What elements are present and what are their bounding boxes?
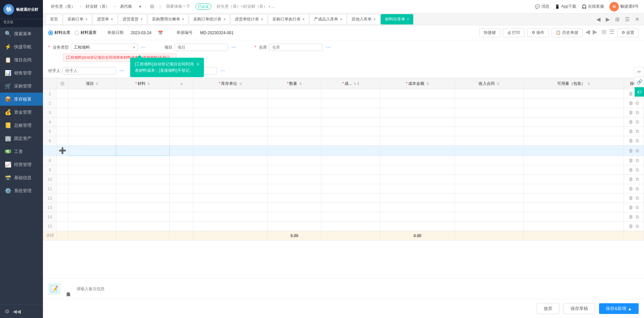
sidebar-settings-button[interactable]: ⚙ (5, 308, 9, 315)
row-material[interactable] (116, 156, 170, 165)
warehouse-input[interactable] (269, 44, 323, 51)
tab-close-material-issue[interactable]: × (407, 17, 409, 21)
row-checkbox[interactable] (57, 136, 68, 146)
row-project[interactable] (68, 156, 116, 165)
row-available[interactable] (524, 175, 624, 184)
topbar-app-download[interactable]: 📱 App下载 (555, 4, 576, 9)
copy-row-icon[interactable]: ⧉ (636, 214, 639, 219)
row-checkbox[interactable] (57, 156, 68, 165)
topbar-nav2[interactable]: 好生意（首）+好业财（首）＋... (217, 4, 275, 9)
row-project[interactable] (68, 127, 116, 136)
nav-next-icon[interactable]: ▶ (593, 28, 597, 37)
sidebar-item-search[interactable]: 🔍 搜索菜单 (0, 27, 43, 40)
tabs-close-button[interactable]: ✕ (633, 15, 641, 23)
row-checkbox[interactable] (57, 212, 68, 222)
tab-close-goods-stats[interactable]: × (261, 17, 263, 21)
row-spec[interactable] (169, 175, 193, 184)
topbar-nav-haoshengyi[interactable]: 好生意（首） (48, 2, 78, 11)
delete-row-icon[interactable]: 🗑 (629, 176, 633, 182)
row-spec[interactable] (169, 212, 193, 222)
row-checkbox[interactable] (57, 222, 68, 231)
row-quantity[interactable] (268, 156, 321, 165)
float-tag-icon[interactable]: 🏷 (635, 87, 644, 97)
row-warehouse-unit[interactable] (193, 165, 268, 175)
row-available[interactable] (524, 99, 624, 108)
delete-row-icon[interactable]: 🗑 (629, 223, 633, 229)
view-grid-icon[interactable]: ⊞ (601, 28, 606, 37)
warehouse-more-btn[interactable]: ··· (326, 44, 330, 50)
topbar-nav-dropdown[interactable]: ▼ (136, 3, 144, 10)
row-income-contract[interactable] (455, 156, 524, 165)
copy-row-icon[interactable]: ⧉ (636, 148, 639, 153)
row-income-contract[interactable] (455, 165, 524, 175)
row-cost-price[interactable] (321, 212, 380, 222)
row-cost-amount[interactable] (380, 165, 454, 175)
row-spec[interactable] (169, 99, 193, 108)
sidebar-collapse-button[interactable]: ◀◀ (13, 308, 21, 315)
row-cost-price[interactable] (321, 184, 380, 194)
row-cost-price[interactable] (321, 89, 380, 99)
row-warehouse-unit[interactable] (193, 184, 268, 194)
sidebar-item-system[interactable]: ⚙️ 系统管理 (0, 184, 43, 197)
row-cost-amount[interactable] (380, 156, 454, 165)
row-spec[interactable] (169, 184, 193, 194)
row-warehouse-unit[interactable] (193, 99, 268, 108)
tab-close-purchase-exec[interactable]: × (303, 17, 305, 21)
row-material[interactable] (116, 89, 170, 99)
column-settings-icon[interactable]: ⚙ (60, 81, 65, 87)
income-contract-more-btn[interactable]: ··· (220, 68, 225, 74)
row-project[interactable] (68, 108, 116, 117)
sidebar-item-salary[interactable]: 💵 工资 (0, 145, 43, 158)
row-income-contract[interactable] (455, 212, 524, 222)
delete-row-icon[interactable]: 🗑 (629, 214, 633, 219)
sidebar-item-inventory[interactable]: 📦 库存核算 (0, 93, 43, 106)
row-available[interactable] (524, 203, 624, 212)
copy-row-icon[interactable]: ⧉ (636, 205, 639, 210)
business-type-input[interactable] (71, 44, 138, 51)
row-quantity[interactable] (268, 165, 321, 175)
row-warehouse-unit[interactable] (193, 156, 268, 165)
delete-row-icon[interactable]: 🗑 (629, 91, 633, 96)
row-cost-amount[interactable] (380, 194, 454, 203)
row-cost-amount[interactable] (380, 127, 454, 136)
copy-row-icon[interactable]: ⧉ (636, 158, 639, 163)
copy-row-icon[interactable]: ⧉ (636, 176, 639, 182)
print-button[interactable]: 🖨 打印 (503, 28, 525, 37)
row-spec[interactable] (169, 222, 193, 231)
row-project[interactable] (68, 212, 116, 222)
tab-material-issue[interactable]: 材料出库单× (381, 14, 414, 24)
row-warehouse-unit[interactable] (193, 194, 268, 203)
add-row-quantity[interactable] (268, 146, 321, 156)
row-cost-price[interactable] (321, 99, 380, 108)
row-material[interactable] (116, 184, 170, 194)
copy-row-icon[interactable]: ⧉ (636, 223, 639, 229)
row-material[interactable] (116, 108, 170, 117)
copy-row-icon[interactable]: ⧉ (636, 195, 639, 201)
row-available[interactable] (524, 136, 624, 146)
row-quantity[interactable] (268, 136, 321, 146)
row-project[interactable] (68, 165, 116, 175)
row-spec[interactable] (169, 156, 193, 165)
quick-key-button[interactable]: 快捷键 (479, 28, 500, 37)
tab-close-other-receipt[interactable]: × (374, 17, 376, 21)
row-spec[interactable] (169, 127, 193, 136)
row-project[interactable] (68, 175, 116, 184)
row-quantity[interactable] (268, 108, 321, 117)
row-spec[interactable] (169, 194, 193, 203)
row-checkbox[interactable] (57, 175, 68, 184)
row-spec[interactable] (169, 117, 193, 127)
tab-close-purchase-order[interactable]: × (86, 17, 88, 21)
row-project[interactable] (68, 203, 116, 212)
row-warehouse-unit[interactable] (193, 203, 268, 212)
row-warehouse-unit[interactable] (193, 136, 268, 146)
cost-price-info-icon[interactable]: ℹ (358, 81, 359, 86)
delete-row-icon[interactable]: 🗑 (629, 195, 633, 201)
row-cost-price[interactable] (321, 165, 380, 175)
sidebar-item-accounting[interactable]: 📒 总账管理 (0, 119, 43, 132)
row-quantity[interactable] (268, 222, 321, 231)
row-available[interactable] (524, 165, 624, 175)
row-income-contract[interactable] (455, 136, 524, 146)
row-warehouse-unit[interactable] (193, 127, 268, 136)
handler-input[interactable] (62, 67, 116, 74)
tab-close-goods-return[interactable]: × (141, 17, 143, 21)
